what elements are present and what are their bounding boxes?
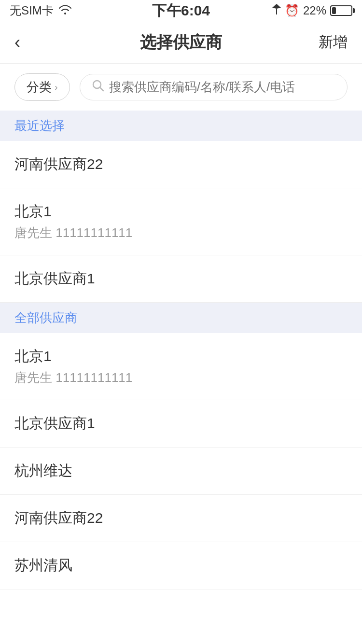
item-name: 北京供应商1 bbox=[14, 414, 348, 434]
status-bar: 无SIM卡 下午6:04 ⏰ 22% bbox=[0, 0, 362, 21]
battery-icon bbox=[330, 5, 352, 16]
add-button[interactable]: 新增 bbox=[319, 32, 348, 52]
item-name: 北京1 bbox=[14, 202, 348, 222]
list-item[interactable]: 北京供应商1 bbox=[0, 400, 362, 448]
item-name: 杭州维达 bbox=[14, 461, 348, 481]
svg-line-1 bbox=[100, 87, 103, 91]
chevron-right-icon: › bbox=[55, 82, 58, 93]
list-item[interactable]: 河南供应商22 bbox=[0, 141, 362, 188]
item-contact: 唐先生 11111111111 bbox=[14, 224, 348, 241]
list-item[interactable]: 北京供应商1 bbox=[0, 255, 362, 303]
recent-section-header: 最近选择 bbox=[0, 111, 362, 141]
search-icon bbox=[92, 79, 104, 95]
list-item[interactable]: 北京1唐先生 11111111111 bbox=[0, 333, 362, 400]
status-left: 无SIM卡 bbox=[10, 3, 72, 18]
alarm-icon: ⏰ bbox=[285, 4, 299, 17]
search-input[interactable] bbox=[109, 80, 335, 95]
all-section-header: 全部供应商 bbox=[0, 303, 362, 333]
status-time: 下午6:04 bbox=[152, 1, 210, 21]
item-name: 北京供应商1 bbox=[14, 269, 348, 289]
search-box[interactable] bbox=[80, 74, 348, 100]
nav-bar: ‹ 选择供应商 新增 bbox=[0, 21, 362, 64]
recent-list: 河南供应商22北京1唐先生 11111111111北京供应商1 bbox=[0, 141, 362, 303]
page-title: 选择供应商 bbox=[140, 31, 222, 54]
item-contact: 唐先生 11111111111 bbox=[14, 369, 348, 386]
recent-section-label: 最近选择 bbox=[14, 118, 65, 133]
list-item[interactable]: 杭州维达 bbox=[0, 448, 362, 495]
list-item[interactable]: 苏州清风 bbox=[0, 542, 362, 589]
status-right: ⏰ 22% bbox=[272, 4, 352, 17]
back-button[interactable]: ‹ bbox=[14, 32, 43, 53]
battery-text: 22% bbox=[303, 4, 326, 17]
all-list: 北京1唐先生 11111111111北京供应商1杭州维达河南供应商22苏州清风 bbox=[0, 333, 362, 589]
category-filter[interactable]: 分类 › bbox=[14, 73, 70, 101]
carrier-text: 无SIM卡 bbox=[10, 3, 54, 18]
item-name: 北京1 bbox=[14, 347, 348, 366]
all-section-label: 全部供应商 bbox=[14, 310, 77, 325]
category-label: 分类 bbox=[27, 79, 52, 96]
location-icon bbox=[272, 4, 281, 17]
item-name: 苏州清风 bbox=[14, 556, 348, 575]
wifi-icon bbox=[58, 4, 72, 17]
list-item[interactable]: 河南供应商22 bbox=[0, 495, 362, 542]
item-name: 河南供应商22 bbox=[14, 154, 348, 174]
list-item[interactable]: 北京1唐先生 11111111111 bbox=[0, 188, 362, 255]
filter-bar: 分类 › bbox=[0, 64, 362, 111]
item-name: 河南供应商22 bbox=[14, 508, 348, 528]
